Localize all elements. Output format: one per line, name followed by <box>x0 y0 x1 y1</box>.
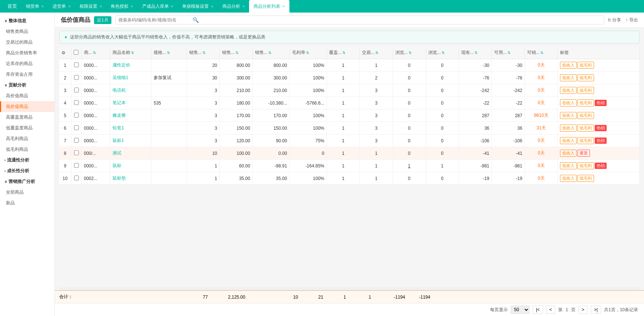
cell-name[interactable]: 吴细细1 <box>110 72 151 84</box>
row-checkbox[interactable] <box>74 163 79 168</box>
col-stock2[interactable]: 可用...⇅ <box>492 47 525 59</box>
cell-name[interactable]: 铅笔1 <box>110 122 151 135</box>
col-spec[interactable]: 规格...⇅ <box>151 47 187 59</box>
first-page-button[interactable]: |< <box>533 306 543 314</box>
share-button[interactable]: ⎘ 分享 <box>608 17 621 23</box>
sidebar-item-traded-goods[interactable]: 交易过的商品 <box>0 37 54 48</box>
nav-goods-list[interactable]: 商品分析列表 × <box>249 0 289 13</box>
col-name[interactable]: 商品名称⇅ <box>110 47 151 59</box>
col-tags[interactable]: 标签 <box>558 47 640 59</box>
close-icon[interactable]: × <box>211 4 213 9</box>
sidebar-item-sales-goods[interactable]: 销售类商品 <box>0 26 54 37</box>
cell-name[interactable]: 鼠标1 <box>110 135 151 147</box>
search-input[interactable] <box>118 17 192 23</box>
cell-checkbox[interactable] <box>71 59 81 72</box>
sidebar-section-marketing[interactable]: ∨ 营销推广分析 <box>0 176 54 187</box>
close-icon[interactable]: × <box>131 4 133 9</box>
nav-sales[interactable]: 销货单 × <box>21 0 48 13</box>
col-trade[interactable]: 交易...⇅ <box>360 47 393 59</box>
col-coverage[interactable]: 覆盖...⇅ <box>327 47 360 59</box>
row-checkbox[interactable] <box>74 138 79 143</box>
cell-checkbox[interactable] <box>71 147 81 160</box>
sidebar-section-flow[interactable]: › 流通性分析 <box>0 155 54 166</box>
cell-name[interactable]: 橡皮擦 <box>110 109 151 122</box>
sidebar-item-category-rate[interactable]: 商品分类销售率 <box>0 48 54 58</box>
row-checkbox[interactable] <box>74 62 79 67</box>
row-checkbox[interactable] <box>74 113 79 118</box>
cell-checkbox[interactable] <box>71 97 81 109</box>
pagination-bar: 每页显示 50 100 |< < 第 1 页 > >| 共1页，10条记录 <box>55 303 644 316</box>
col-qty[interactable]: 销售...⇅ <box>187 47 219 59</box>
col-stock3[interactable]: 可销...⇅ <box>525 47 558 59</box>
col-sales2[interactable]: 销售...⇅ <box>252 47 289 59</box>
row-checkbox[interactable] <box>74 125 79 130</box>
sidebar-item-low-coverage[interactable]: 低覆盖度商品 <box>0 123 54 133</box>
sidebar-section-growth[interactable]: › 成长性分析 <box>0 166 54 176</box>
nav-home[interactable]: 首页 <box>3 0 21 13</box>
sidebar-item-stock-funds[interactable]: 库存资金占用 <box>0 69 54 80</box>
cell-checkbox[interactable] <box>71 72 81 84</box>
sidebar-item-all-goods[interactable]: 全部商品 <box>0 187 54 198</box>
col-stock1[interactable]: 现有...⇅ <box>459 47 492 59</box>
nav-product-in[interactable]: 产成品入库单 × <box>138 0 178 13</box>
col-browse2[interactable]: 浏览...⇅ <box>426 47 459 59</box>
sidebar-item-low-margin[interactable]: 低毛利商品 <box>0 144 54 155</box>
col-settings[interactable]: ⚙ <box>59 47 71 59</box>
page-label2: 页 <box>571 307 576 313</box>
nav-role[interactable]: 角色授权 × <box>106 0 137 13</box>
sidebar-item-low-value[interactable]: 低价值商品 <box>0 101 54 112</box>
close-icon[interactable]: × <box>282 4 285 9</box>
sidebar-item-high-margin[interactable]: 高毛利商品 <box>0 133 54 144</box>
row-checkbox[interactable] <box>74 88 79 92</box>
close-icon[interactable]: × <box>41 4 44 9</box>
nav-goods-analysis[interactable]: 商品分析 × <box>218 0 249 13</box>
cell-name[interactable]: 电话机 <box>110 84 151 97</box>
per-page-select[interactable]: 50 100 <box>511 306 530 314</box>
row-checkbox[interactable] <box>74 100 79 105</box>
col-code[interactable]: 商...⇅ <box>81 47 110 59</box>
cell-name[interactable]: 鼠标垫 <box>110 172 151 185</box>
row-checkbox[interactable] <box>74 75 79 80</box>
col-browse1[interactable]: 浏览...⇅ <box>393 47 426 59</box>
sidebar-item-high-value[interactable]: 高价值商品 <box>0 91 54 101</box>
cell-name[interactable]: 测试 <box>110 147 151 160</box>
time-badge[interactable]: 近1月 <box>94 16 111 24</box>
search-box[interactable]: 🔍 <box>115 16 604 24</box>
close-icon[interactable]: × <box>68 4 70 9</box>
row-checkbox[interactable] <box>74 176 79 180</box>
cell-spec <box>151 172 187 185</box>
cell-checkbox[interactable] <box>71 160 81 172</box>
nav-template[interactable]: 单据模板设置 × <box>178 0 218 13</box>
search-icon[interactable]: 🔍 <box>192 17 199 23</box>
cell-checkbox[interactable] <box>71 135 81 147</box>
sidebar-item-high-coverage[interactable]: 高覆盖度商品 <box>0 112 54 123</box>
next-page-button[interactable]: > <box>578 306 588 314</box>
cell-checkbox[interactable] <box>71 109 81 122</box>
export-button[interactable]: ↑ 导出 <box>625 17 638 23</box>
sidebar-item-new-goods[interactable]: 新品 <box>0 198 54 208</box>
cell-name[interactable]: 笔记本 <box>110 97 151 109</box>
nav-permission[interactable]: 权限设置 × <box>75 0 106 13</box>
sidebar-item-near-stock[interactable]: 近库存的商品 <box>0 58 54 69</box>
close-icon[interactable]: × <box>100 4 102 9</box>
cell-checkbox[interactable] <box>71 122 81 135</box>
cell-sales2: 210.00 <box>252 84 289 97</box>
col-checkbox[interactable] <box>71 47 81 59</box>
col-sales1[interactable]: 销售...⇅ <box>219 47 252 59</box>
sidebar-section-overall[interactable]: ∨ 整体信息 <box>0 16 54 26</box>
sidebar-section-contribution[interactable]: ∨ 贡献分析 <box>0 80 54 91</box>
prev-page-button[interactable]: < <box>546 306 555 314</box>
cell-browse1[interactable]: 1 <box>393 160 426 172</box>
close-icon[interactable]: × <box>242 4 245 9</box>
cell-name[interactable]: 属性定价 <box>110 59 151 72</box>
row-checkbox[interactable] <box>74 150 79 155</box>
cell-checkbox[interactable] <box>71 172 81 185</box>
last-page-button[interactable]: >| <box>591 306 601 314</box>
cell-name[interactable]: 鼠标 <box>110 160 151 172</box>
close-icon[interactable]: × <box>171 4 173 9</box>
horizontal-scrollbar[interactable] <box>59 287 640 290</box>
col-gross[interactable]: 毛利率⇅ <box>289 47 327 59</box>
nav-purchase[interactable]: 进货单 × <box>48 0 75 13</box>
cell-checkbox[interactable] <box>71 84 81 97</box>
select-all-checkbox[interactable] <box>74 50 78 55</box>
